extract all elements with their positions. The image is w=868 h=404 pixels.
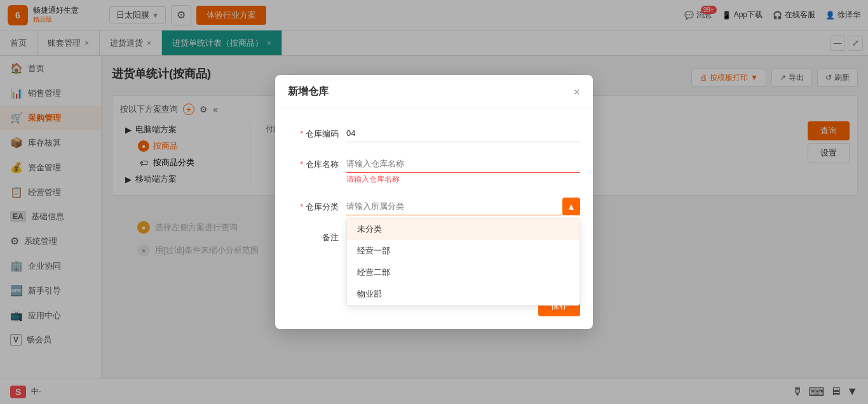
- category-option-dept1[interactable]: 经营一部: [347, 240, 580, 262]
- note-label: 备注: [288, 228, 339, 243]
- category-label: * 仓库分类: [288, 198, 339, 213]
- category-option-dept3[interactable]: 物业部: [347, 283, 580, 305]
- category-dropdown: 未分类 经营一部 经营二部 物业部: [346, 218, 580, 306]
- name-input[interactable]: [346, 155, 580, 173]
- code-input-wrap: [346, 125, 580, 142]
- code-label: * 仓库编码: [288, 125, 339, 140]
- modal: 新增仓库 × * 仓库编码 * 仓库名称: [275, 75, 593, 329]
- category-field-row: * 仓库分类 ▲ 未分类 经营一部 经营二部 物业部: [288, 198, 580, 215]
- modal-body: * 仓库编码 * 仓库名称 请输入仓库名称: [275, 109, 593, 296]
- modal-title: 新增仓库: [288, 85, 329, 98]
- modal-overlay[interactable]: 新增仓库 × * 仓库编码 * 仓库名称: [0, 0, 868, 404]
- category-option-unclassified[interactable]: 未分类: [347, 219, 580, 240]
- name-error-msg: 请输入仓库名称: [346, 174, 580, 185]
- modal-header: 新增仓库 ×: [275, 75, 593, 109]
- modal-close-button[interactable]: ×: [573, 86, 580, 98]
- category-input[interactable]: [346, 198, 580, 215]
- code-field-row: * 仓库编码: [288, 125, 580, 142]
- name-field-row: * 仓库名称 请输入仓库名称: [288, 155, 580, 185]
- category-select-wrap: ▲ 未分类 经营一部 经营二部 物业部: [346, 198, 580, 215]
- name-label: * 仓库名称: [288, 155, 339, 170]
- category-option-dept2[interactable]: 经营二部: [347, 262, 580, 283]
- code-input[interactable]: [346, 125, 580, 142]
- category-dropdown-toggle[interactable]: ▲: [562, 198, 580, 215]
- name-input-wrap: 请输入仓库名称: [346, 155, 580, 185]
